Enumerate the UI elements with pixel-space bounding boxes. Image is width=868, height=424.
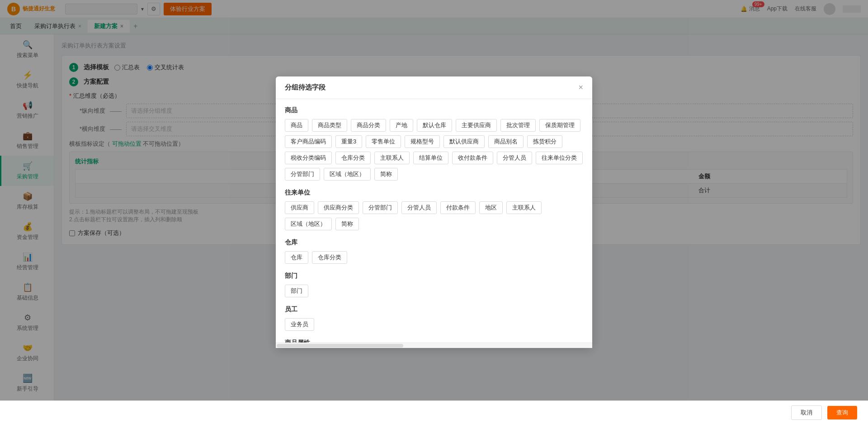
field-tag[interactable]: 商品分类: [351, 119, 386, 132]
field-tag[interactable]: 业务员: [285, 318, 314, 331]
field-tag[interactable]: 供应商分类: [318, 201, 359, 214]
field-tag[interactable]: 仓库分类: [335, 152, 371, 164]
field-tag[interactable]: 供应商: [285, 201, 314, 214]
field-section-goods: 商品 商品 商品类型 商品分类 产地 默认仓库 主要供应商 批次管理 保质期管理…: [285, 106, 583, 181]
bottom-bar: 取消 查询: [0, 400, 868, 424]
field-tag[interactable]: 仓库: [285, 251, 308, 264]
field-tag[interactable]: 批次管理: [500, 119, 536, 132]
field-tag[interactable]: 保质期管理: [539, 119, 580, 132]
section-title-warehouse: 仓库: [285, 238, 583, 247]
field-tag[interactable]: 重量3: [335, 135, 362, 148]
field-tag[interactable]: 商品: [285, 119, 308, 132]
field-tag[interactable]: 分管人员: [497, 152, 532, 164]
field-tag[interactable]: 拣货积分: [527, 135, 562, 148]
field-section-product-attrs: 商品属性 属性 颜色 多规格 尺码 鞋码 1: [285, 339, 583, 343]
field-tag[interactable]: 产地: [390, 119, 413, 132]
field-tag[interactable]: 地区: [479, 201, 503, 214]
field-tag[interactable]: 客户商品编码: [285, 135, 332, 148]
modal-close-button[interactable]: ×: [578, 83, 583, 92]
field-tag[interactable]: 主联系人: [374, 152, 410, 164]
field-tag[interactable]: 默认供应商: [443, 135, 485, 148]
field-tags-employee: 业务员: [285, 318, 583, 331]
cancel-button[interactable]: 取消: [791, 405, 822, 420]
field-tag[interactable]: 分管人员: [401, 201, 437, 214]
field-section-warehouse: 仓库 仓库 仓库分类: [285, 238, 583, 264]
modal-header: 分组待选字段 ×: [276, 76, 592, 99]
field-tag[interactable]: 商品类型: [312, 119, 347, 132]
field-tag[interactable]: 分管部门: [285, 168, 320, 181]
field-tags-counterpart: 供应商 供应商分类 分管部门 分管人员 付款条件 地区 主联系人 区域（地区） …: [285, 201, 583, 230]
field-tag[interactable]: 区域（地区）: [285, 218, 332, 230]
field-tag[interactable]: 分管部门: [363, 201, 398, 214]
field-tag[interactable]: 仓库分类: [312, 251, 347, 264]
field-tag[interactable]: 零售单位: [366, 135, 401, 148]
field-tag[interactable]: 往来单位分类: [536, 152, 583, 164]
field-tag[interactable]: 付款条件: [440, 201, 476, 214]
field-tag[interactable]: 主要供应商: [456, 119, 497, 132]
field-tag[interactable]: 规格型号: [405, 135, 440, 148]
field-section-department: 部门 部门: [285, 272, 583, 297]
field-tag[interactable]: 主联系人: [506, 201, 542, 214]
field-section-employee: 员工 业务员: [285, 305, 583, 331]
modal-title: 分组待选字段: [285, 83, 326, 92]
field-tags-warehouse: 仓库 仓库分类: [285, 251, 583, 264]
field-tag[interactable]: 结算单位: [413, 152, 448, 164]
modal-scrollbar-inner: [277, 344, 403, 348]
section-title-employee: 员工: [285, 305, 583, 314]
modal: 分组待选字段 × 商品 商品 商品类型 商品分类 产地 默认仓库 主要供应商 批…: [276, 76, 592, 348]
section-title-product-attrs: 商品属性: [285, 339, 583, 343]
confirm-button[interactable]: 查询: [827, 406, 857, 419]
field-tags-goods: 商品 商品类型 商品分类 产地 默认仓库 主要供应商 批次管理 保质期管理 客户…: [285, 119, 583, 181]
field-section-counterpart: 往来单位 供应商 供应商分类 分管部门 分管人员 付款条件 地区 主联系人 区域…: [285, 189, 583, 230]
modal-body[interactable]: 商品 商品 商品类型 商品分类 产地 默认仓库 主要供应商 批次管理 保质期管理…: [276, 99, 592, 343]
field-tag[interactable]: 简称: [335, 218, 359, 230]
field-tag[interactable]: 简称: [374, 168, 398, 181]
modal-scrollbar-area[interactable]: [276, 343, 592, 348]
section-title-counterpart: 往来单位: [285, 189, 583, 197]
field-tag[interactable]: 区域（地区）: [324, 168, 371, 181]
section-title-goods: 商品: [285, 106, 583, 114]
modal-overlay[interactable]: 分组待选字段 × 商品 商品 商品类型 商品分类 产地 默认仓库 主要供应商 批…: [0, 0, 868, 424]
field-tag[interactable]: 默认仓库: [417, 119, 452, 132]
field-tag[interactable]: 部门: [285, 285, 308, 297]
field-tag[interactable]: 收付款条件: [452, 152, 493, 164]
section-title-department: 部门: [285, 272, 583, 280]
field-tags-department: 部门: [285, 285, 583, 297]
field-tag[interactable]: 税收分类编码: [285, 152, 332, 164]
field-tag[interactable]: 商品别名: [488, 135, 524, 148]
